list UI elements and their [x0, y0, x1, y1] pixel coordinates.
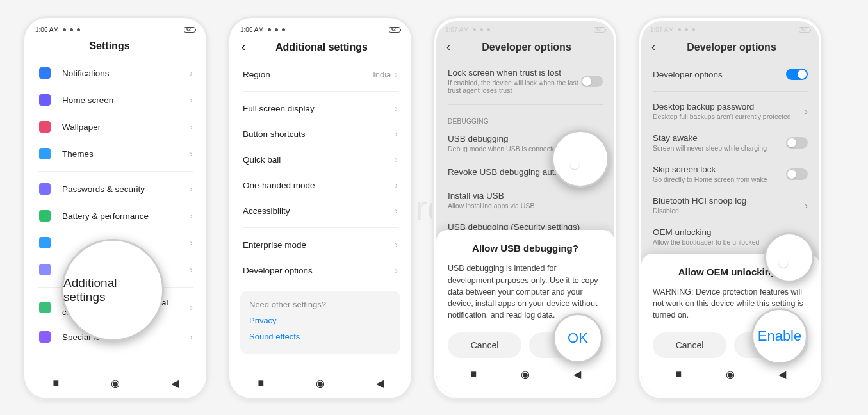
row-enterprise-mode[interactable]: Enterprise mode› [231, 232, 409, 257]
nav-bar: ■ ◉ ◀ [231, 372, 409, 395]
chevron-right-icon: › [190, 211, 193, 221]
back-button[interactable]: ‹ [446, 40, 450, 54]
row-sublabel: Desktop full backups aren't currently pr… [653, 113, 805, 120]
toggle-developer-options[interactable] [786, 69, 808, 80]
toggle-skip-screen-lock[interactable] [786, 168, 808, 180]
nav-back[interactable]: ◀ [777, 369, 787, 379]
row-label: Wallpaper [62, 122, 190, 132]
dialog-oem-unlocking: Allow OEM unlocking? WARNING: Device pro… [641, 254, 819, 395]
row-notifications[interactable]: Notifications› [26, 60, 204, 86]
row-sublabel: Screen will never sleep while charging [653, 144, 786, 152]
nav-back[interactable]: ◀ [170, 378, 180, 388]
header: ‹ Additional settings [231, 35, 409, 61]
cancel-button[interactable]: Cancel [653, 332, 726, 358]
nav-back[interactable]: ◀ [572, 369, 582, 379]
hint-link-privacy[interactable]: Privacy [249, 316, 391, 325]
row-bluetooth-hci[interactable]: Bluetooth HCI snoop log Disabled › [641, 190, 819, 221]
toggle-lock-screen-trust[interactable] [581, 76, 603, 87]
row-item[interactable]: › [26, 229, 204, 256]
page-title: Developer options [459, 42, 594, 53]
header: ‹ Developer options [641, 35, 819, 61]
nav-recents[interactable]: ■ [51, 378, 61, 388]
row-label: Digital Wellbeing & parental controls [62, 298, 190, 317]
nav-back[interactable]: ◀ [375, 378, 385, 388]
row-accessibility[interactable]: Accessibility› [231, 198, 409, 224]
divider [243, 91, 398, 92]
back-button[interactable]: ‹ [242, 40, 245, 54]
row-one-handed-mode[interactable]: One-handed mode› [231, 172, 409, 198]
row-region[interactable]: Region India › [231, 61, 409, 87]
row-label: Skip screen lock [653, 165, 786, 174]
phone-settings: 1:06 AM 42 Settings Notifications›Home s… [22, 16, 208, 400]
row-themes[interactable]: Themes› [26, 140, 204, 167]
row-lock-screen-trust[interactable]: Lock screen when trust is lost If enable… [436, 61, 614, 101]
row-passwords-security[interactable]: Passwords & security› [26, 175, 204, 202]
chevron-right-icon: › [395, 206, 398, 216]
row-special-features[interactable]: Special features› [26, 323, 204, 350]
toggle-stay-awake[interactable] [786, 137, 808, 149]
row-battery-performance[interactable]: Battery & performance› [26, 202, 204, 229]
chevron-right-icon: › [190, 122, 193, 132]
row-stay-awake[interactable]: Stay awake Screen will never sleep while… [641, 127, 819, 158]
header: ‹ Developer options [436, 35, 614, 61]
hint-link-sound[interactable]: Sound effects [249, 332, 391, 341]
status-time: 1:07 AM [650, 26, 674, 33]
chevron-right-icon: › [395, 240, 398, 250]
nav-home[interactable]: ◉ [520, 369, 530, 379]
row-label: Full screen display [243, 104, 395, 113]
nav-home[interactable]: ◉ [315, 378, 325, 388]
row-usb-debugging[interactable]: USB debugging Debug mode when USB is con… [436, 127, 614, 159]
row-home-screen[interactable]: Home screen› [26, 86, 204, 113]
nav-recents[interactable]: ■ [468, 369, 479, 379]
status-bar: 1:06 AM 42 [26, 21, 204, 35]
row-desktop-backup[interactable]: Desktop backup password Desktop full bac… [641, 95, 819, 127]
phone-oem-unlocking: 1:07 AM 42 ‹ Developer options Developer… [637, 16, 823, 400]
chevron-right-icon: › [395, 154, 398, 165]
page-title: Developer options [664, 42, 799, 53]
nav-recents[interactable]: ■ [673, 369, 684, 379]
row-button-shortcuts[interactable]: Button shortcuts› [231, 121, 409, 147]
row-label: USB debugging [448, 134, 603, 143]
header: Settings [26, 35, 204, 60]
row-developer-options[interactable]: Developer options› [231, 257, 409, 283]
status-time: 1:07 AM [445, 26, 469, 33]
row-revoke-auth[interactable]: Revoke USB debugging authorizations › [436, 159, 614, 184]
status-bar: 1:06 AM 42 [231, 21, 409, 35]
phone-usb-debugging: 1:07 AM 42 ‹ Developer options Lock scre… [432, 16, 618, 400]
row-label: Quick ball [243, 155, 395, 165]
hint-question: Need other settings? [249, 300, 391, 309]
row-icon [38, 182, 52, 196]
ok-button[interactable]: OK [529, 332, 603, 358]
enable-button[interactable]: Enable [734, 332, 808, 358]
chevron-right-icon: › [190, 95, 193, 105]
row-digital-wellbeing-parental-controls[interactable]: Digital Wellbeing & parental controls› [26, 291, 204, 323]
page-title: Settings [26, 40, 194, 52]
back-button[interactable]: ‹ [651, 40, 655, 54]
row-label: Accessibility [243, 206, 395, 216]
row-icon [38, 300, 52, 314]
row-label: OEM unlocking [653, 227, 808, 237]
chevron-right-icon: › [190, 264, 193, 275]
dialog-body: USB debugging is intended for developmen… [448, 263, 603, 321]
status-time: 1:06 AM [240, 26, 264, 33]
cancel-button[interactable]: Cancel [448, 332, 521, 358]
row-label: Notifications [62, 69, 190, 78]
row-item[interactable]: › [26, 256, 204, 283]
row-skip-screen-lock[interactable]: Skip screen lock Go directly to Home scr… [641, 158, 819, 190]
nav-home[interactable]: ◉ [725, 369, 735, 379]
row-install-usb[interactable]: Install via USB Allow installing apps vi… [436, 184, 614, 216]
row-value: India [373, 70, 391, 79]
row-label: Enterprise mode [243, 240, 395, 250]
row-sublabel: Disabled [653, 207, 805, 215]
row-wallpaper[interactable]: Wallpaper› [26, 113, 204, 140]
nav-recents[interactable]: ■ [256, 378, 266, 388]
row-developer-options[interactable]: Developer options [641, 61, 819, 87]
row-label: Developer options [653, 70, 786, 79]
row-label: Install via USB [448, 191, 603, 200]
nav-home[interactable]: ◉ [110, 378, 120, 388]
row-full-screen-display[interactable]: Full screen display› [231, 95, 409, 121]
row-quick-ball[interactable]: Quick ball› [231, 147, 409, 172]
chevron-right-icon: › [190, 302, 193, 313]
row-label: Bluetooth HCI snoop log [653, 196, 805, 206]
row-oem-unlocking[interactable]: OEM unlocking Allow the bootloader to be… [641, 221, 819, 252]
